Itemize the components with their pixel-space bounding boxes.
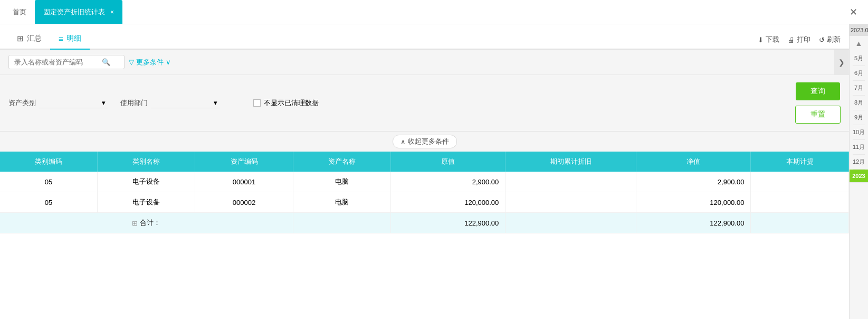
download-icon: ⬇: [758, 36, 764, 44]
cell-asset-code: 000002: [195, 192, 293, 213]
tab-detail[interactable]: ≡ 明细: [50, 29, 90, 50]
expand-panel-button[interactable]: ❯: [834, 50, 849, 74]
cell-current-period: [751, 192, 849, 213]
filter-btn-group: 查询 重置: [795, 82, 841, 124]
refresh-label: 刷新: [827, 35, 841, 44]
hide-cleared-label: 不显示已清理数据: [264, 98, 319, 108]
nav-home[interactable]: 首页: [8, 7, 31, 17]
month-item[interactable]: 7月: [853, 81, 865, 96]
tab-summary[interactable]: ⊞ 汇总: [8, 29, 50, 50]
tab-row: ⊞ 汇总 ≡ 明细 ⬇ 下载 🖨 打印 ↺ 刷新: [0, 24, 849, 50]
print-button[interactable]: 🖨 打印: [788, 35, 810, 44]
month-item[interactable]: 12月: [853, 155, 865, 170]
refresh-button[interactable]: ↺ 刷新: [819, 35, 841, 44]
collapse-button[interactable]: ∧ 收起更多条件: [393, 135, 457, 148]
col-category-code: 类别编码: [0, 152, 97, 172]
print-icon: 🖨: [788, 36, 795, 44]
nav-tab[interactable]: 固定资产折旧统计表 ×: [35, 0, 122, 24]
cell-asset-code: 000001: [195, 172, 293, 192]
right-panel: 2023.01 ▲ 5月6月7月8月9月10月11月12月 2023: [849, 24, 868, 319]
month-item[interactable]: 8月: [853, 96, 865, 110]
chevron-down-icon: ▾: [102, 99, 106, 107]
month-item[interactable]: 5月: [853, 51, 865, 66]
cell-accumulated-depreciation: [505, 172, 636, 192]
refresh-icon: ↺: [819, 36, 825, 44]
hide-cleared-checkbox[interactable]: [253, 99, 261, 107]
detail-icon: ≡: [59, 34, 63, 43]
total-placeholder: [293, 213, 391, 233]
table-row: 05 电子设备 000002 电脑 120,000.00 120,000.00: [0, 192, 849, 213]
cell-category-name: 电子设备: [97, 172, 195, 192]
window-close-button[interactable]: ✕: [850, 6, 857, 18]
search-icon[interactable]: 🔍: [102, 58, 110, 66]
data-table: 类别编码 类别名称 资产编码 资产名称 原值 期初累计折旧 净值 本期计提 05…: [0, 152, 849, 233]
cell-current-period: [751, 172, 849, 192]
asset-category-field: 资产类别 ▾: [8, 98, 108, 108]
collapse-label: 收起更多条件: [408, 137, 449, 146]
total-row: ⊞ 合计： 122,900.00 122,900.00: [0, 213, 849, 233]
cell-asset-name: 电脑: [293, 172, 391, 192]
cell-category-name: 电子设备: [97, 192, 195, 213]
advanced-filter: 资产类别 ▾ 使用部门 ▾ 不显示已清理数据: [0, 75, 849, 132]
cell-net-value: 2,900.00: [636, 172, 751, 192]
summary-icon: ⊞: [17, 34, 24, 43]
more-conditions-btn[interactable]: ▽ 更多条件 ∨: [129, 58, 171, 67]
reset-button[interactable]: 重置: [795, 106, 841, 124]
cell-original-value: 120,000.00: [391, 192, 505, 213]
download-label: 下载: [766, 35, 779, 44]
col-category-name: 类别名称: [97, 152, 195, 172]
tab-actions: ⬇ 下载 🖨 打印 ↺ 刷新: [758, 35, 841, 49]
col-original-value: 原值: [391, 152, 505, 172]
hide-cleared-group: 不显示已清理数据: [253, 98, 319, 108]
total-accumulated: [505, 213, 636, 233]
cell-category-code: 05: [0, 172, 97, 192]
table-row: 05 电子设备 000001 电脑 2,900.00 2,900.00: [0, 172, 849, 192]
tab-summary-label: 汇总: [27, 34, 42, 43]
tab-detail-label: 明细: [66, 34, 81, 43]
search-filter-row: 🔍 ▽ 更多条件 ∨ ❯: [0, 50, 849, 75]
use-dept-label: 使用部门: [120, 98, 148, 108]
date-header: 2023.01: [850, 24, 868, 36]
total-icon: ⊞: [132, 219, 138, 227]
year-badge[interactable]: 2023: [850, 170, 868, 183]
col-asset-code: 资产编码: [195, 152, 293, 172]
chevron-down-icon: ∨: [166, 58, 171, 66]
query-button[interactable]: 查询: [796, 82, 840, 100]
nav-up-arrow[interactable]: ▲: [855, 38, 863, 49]
cell-asset-name: 电脑: [293, 192, 391, 213]
col-current-period: 本期计提: [751, 152, 849, 172]
nav-tab-label: 固定资产折旧统计表: [43, 7, 105, 17]
more-conditions-label: 更多条件: [136, 58, 164, 67]
col-asset-name: 资产名称: [293, 152, 391, 172]
cell-net-value: 120,000.00: [636, 192, 751, 213]
month-item[interactable]: 11月: [853, 140, 865, 155]
collapse-icon: ∧: [400, 138, 406, 146]
use-dept-field: 使用部门 ▾: [120, 98, 220, 108]
month-item[interactable]: 6月: [853, 66, 865, 81]
month-item[interactable]: 10月: [853, 125, 865, 140]
col-accumulated-depreciation: 期初累计折旧: [505, 152, 636, 172]
chevron-down-icon: ▾: [214, 99, 217, 107]
total-label-cell: ⊞ 合计：: [0, 213, 293, 233]
cell-accumulated-depreciation: [505, 192, 636, 213]
search-input[interactable]: [14, 58, 99, 66]
print-label: 打印: [797, 35, 810, 44]
total-current-period: [751, 213, 849, 233]
filter-icon: ▽: [129, 58, 134, 66]
search-box[interactable]: 🔍: [8, 55, 125, 69]
collapse-bar: ∧ 收起更多条件: [0, 132, 849, 152]
total-label-text: 合计：: [140, 218, 160, 228]
use-dept-select[interactable]: ▾: [151, 98, 220, 108]
table-header-row: 类别编码 类别名称 资产编码 资产名称 原值 期初累计折旧 净值 本期计提: [0, 152, 849, 172]
download-button[interactable]: ⬇ 下载: [758, 35, 779, 44]
month-item[interactable]: 9月: [853, 110, 865, 125]
table-container: 类别编码 类别名称 资产编码 资产名称 原值 期初累计折旧 净值 本期计提 05…: [0, 152, 849, 319]
total-original-value: 122,900.00: [391, 213, 505, 233]
cell-original-value: 2,900.00: [391, 172, 505, 192]
total-net-value: 122,900.00: [636, 213, 751, 233]
col-net-value: 净值: [636, 152, 751, 172]
asset-category-select[interactable]: ▾: [39, 98, 108, 108]
cell-category-code: 05: [0, 192, 97, 213]
nav-tab-close[interactable]: ×: [110, 8, 114, 16]
asset-category-label: 资产类别: [8, 98, 36, 108]
